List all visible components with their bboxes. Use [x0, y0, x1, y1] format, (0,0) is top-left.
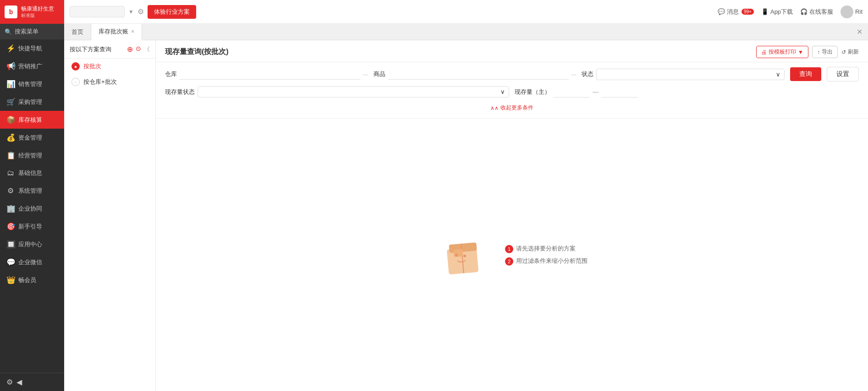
- brand-name: 畅康通好生意: [21, 5, 54, 13]
- warehouse-dots[interactable]: ···: [363, 71, 368, 78]
- sales-icon: 📊: [6, 80, 15, 88]
- status-select[interactable]: ∨: [596, 69, 785, 80]
- stock-qty-to[interactable]: [601, 87, 638, 98]
- sidebar-item-label: 企业协同: [18, 205, 42, 213]
- app-download-btn[interactable]: 📱 App下载: [761, 8, 793, 16]
- phone-icon: 📱: [761, 8, 769, 15]
- left-panel-item-by-batch[interactable]: ● 按批次: [64, 59, 155, 74]
- sidebar-item-sales[interactable]: 📊 销售管理: [0, 75, 64, 93]
- sidebar-item-operations[interactable]: 📋 经营管理: [0, 147, 64, 164]
- main-content: 现存量查询(按批次) 🖨 按模板打印 ▼ ↑ 导出 ↺ 刷新: [156, 40, 868, 391]
- user-name: Rit: [855, 8, 863, 15]
- sidebar-item-marketing[interactable]: 📢 营销推广: [0, 57, 64, 75]
- filter-area: 仓库 ··· 商品 ··· 状态 ∨: [156, 62, 868, 119]
- stock-qty-from[interactable]: [553, 87, 590, 98]
- stock-status-select[interactable]: ∨: [198, 86, 509, 98]
- settings-scheme-btn[interactable]: ⊙: [136, 45, 141, 54]
- by-batch-label: 按批次: [83, 62, 101, 71]
- warehouse-input[interactable]: [180, 69, 360, 80]
- sidebar-item-purchase[interactable]: 🛒 采购管理: [0, 93, 64, 111]
- export-icon: ↑: [817, 49, 820, 55]
- online-service-btn[interactable]: 🎧 在线客服: [800, 8, 833, 16]
- finance-icon: 💰: [6, 133, 15, 142]
- sidebar-header: b 畅康通好生意 标准版: [0, 0, 64, 24]
- step1-num: 1: [505, 245, 513, 253]
- tab-home-label: 首页: [71, 28, 83, 36]
- sidebar-item-basic[interactable]: 🗂 基础信息: [0, 164, 64, 182]
- add-scheme-btn[interactable]: ⊕: [127, 45, 133, 54]
- refresh-btn[interactable]: ↺ 刷新: [841, 48, 859, 56]
- stock-qty-dash: —: [593, 88, 599, 95]
- sidebar-item-newuser[interactable]: 🎯 新手引导: [0, 217, 64, 235]
- tab-home[interactable]: 首页: [64, 24, 91, 40]
- empty-state: 1 请先选择要分析的方案 2 用过滤条件来缩小分析范围: [156, 119, 868, 391]
- left-panel-title: 按以下方案查询: [70, 45, 124, 54]
- tab-close-btn[interactable]: ×: [131, 28, 134, 35]
- collapse-more-btn[interactable]: ∧∧ 收起更多条件: [165, 102, 859, 114]
- sidebar-search[interactable]: 🔍 搜索菜单: [0, 24, 64, 39]
- app-download-label: App下载: [770, 8, 793, 16]
- stock-status-label: 现存量状态: [165, 88, 195, 96]
- left-panel: 按以下方案查询 ⊕ ⊙ 《 ● 按批次 ○ 按仓库+批次: [64, 40, 156, 391]
- sidebar-item-label: 经营管理: [18, 152, 42, 160]
- template-print-btn[interactable]: 🖨 按模板打印 ▼: [756, 46, 808, 58]
- refresh-icon: ↺: [841, 49, 846, 55]
- product-label: 商品: [374, 70, 385, 78]
- system-icon: ⚙: [6, 186, 15, 195]
- tabbar: 首页 库存批次账 × ✕: [64, 24, 868, 40]
- sidebar-item-label: 企业微信: [18, 258, 42, 266]
- topbar-right: 💬 消息 99+ 📱 App下载 🎧 在线客服 Rit: [718, 5, 863, 18]
- sidebar-item-quick-nav[interactable]: ⚡ 快捷导航: [0, 39, 64, 57]
- newuser-icon: 🎯: [6, 222, 15, 231]
- sidebar-item-member[interactable]: 👑 畅会员: [0, 271, 64, 289]
- experience-btn[interactable]: 体验行业方案: [148, 5, 196, 19]
- left-panel-item-by-warehouse-batch[interactable]: ○ 按仓库+批次: [64, 74, 155, 90]
- user-avatar: [841, 5, 853, 18]
- tab-inventory-batch[interactable]: 库存批次账 ×: [91, 24, 142, 40]
- marketing-icon: 📢: [6, 62, 15, 71]
- svg-rect-3: [453, 249, 463, 257]
- headset-icon: 🎧: [800, 8, 808, 15]
- sidebar-item-apps[interactable]: 🔲 应用中心: [0, 235, 64, 253]
- sidebar-settings-btn[interactable]: ⚙: [6, 378, 13, 386]
- stock-status-filter-group: 现存量状态 ∨: [165, 86, 509, 98]
- page-title: 现存量查询(按批次): [165, 47, 756, 57]
- template-print-dropdown-icon[interactable]: ▼: [798, 49, 803, 55]
- sidebar-item-label: 基础信息: [18, 169, 42, 177]
- topbar-left: ▼ ⚙ 体验行业方案: [70, 5, 714, 19]
- online-service-label: 在线客服: [809, 8, 833, 16]
- main-actions: 🖨 按模板打印 ▼ ↑ 导出 ↺ 刷新: [756, 46, 859, 58]
- user-profile-btn[interactable]: Rit: [841, 5, 863, 18]
- sidebar-item-label: 快捷导航: [18, 44, 42, 53]
- sidebar-item-wechat[interactable]: 💬 企业微信: [0, 253, 64, 271]
- product-dots[interactable]: ···: [571, 71, 577, 78]
- sidebar-item-label: 销售管理: [18, 80, 42, 88]
- sidebar-item-inventory[interactable]: 📦 库存核算: [0, 111, 64, 129]
- stock-status-select-arrow: ∨: [500, 88, 505, 95]
- printer-icon: 🖨: [761, 49, 767, 55]
- sidebar-item-label: 营销推广: [18, 62, 42, 71]
- message-label: 消息: [727, 8, 739, 16]
- filter-settings-btn[interactable]: 设置: [827, 67, 859, 81]
- sidebar-item-enterprise[interactable]: 🏢 企业协同: [0, 200, 64, 217]
- sidebar-item-system[interactable]: ⚙ 系统管理: [0, 182, 64, 200]
- product-input[interactable]: [388, 69, 569, 80]
- main-area: ▼ ⚙ 体验行业方案 💬 消息 99+ 📱 App下载 🎧 在线客服 Rit: [64, 0, 868, 391]
- sidebar-brand: 畅康通好生意 标准版: [21, 5, 54, 19]
- export-btn[interactable]: ↑ 导出: [812, 46, 838, 58]
- sidebar-collapse-btn[interactable]: ◀: [16, 378, 22, 386]
- tab-close-global-btn[interactable]: ✕: [851, 27, 868, 36]
- query-btn[interactable]: 查询: [790, 67, 821, 81]
- topbar-gear-icon[interactable]: ⚙: [137, 7, 144, 16]
- search-icon: 🔍: [5, 28, 12, 35]
- message-btn[interactable]: 💬 消息 99+: [718, 8, 754, 16]
- topbar-dropdown-icon[interactable]: ▼: [128, 9, 134, 15]
- collapse-panel-btn[interactable]: 《: [144, 45, 150, 54]
- left-panel-icons: ⊕ ⊙: [127, 45, 141, 54]
- sidebar-item-finance[interactable]: 💰 资金管理: [0, 129, 64, 147]
- main-header: 现存量查询(按批次) 🖨 按模板打印 ▼ ↑ 导出 ↺ 刷新: [156, 40, 868, 62]
- tab-inventory-batch-label: 库存批次账: [99, 27, 128, 36]
- sidebar-menu: ⚡ 快捷导航 📢 营销推广 📊 销售管理 🛒 采购管理 📦 库存核算 💰 资金管…: [0, 39, 64, 373]
- stock-qty-filter-group: 现存量（主） —: [515, 87, 859, 98]
- topbar-search-input[interactable]: [70, 6, 125, 17]
